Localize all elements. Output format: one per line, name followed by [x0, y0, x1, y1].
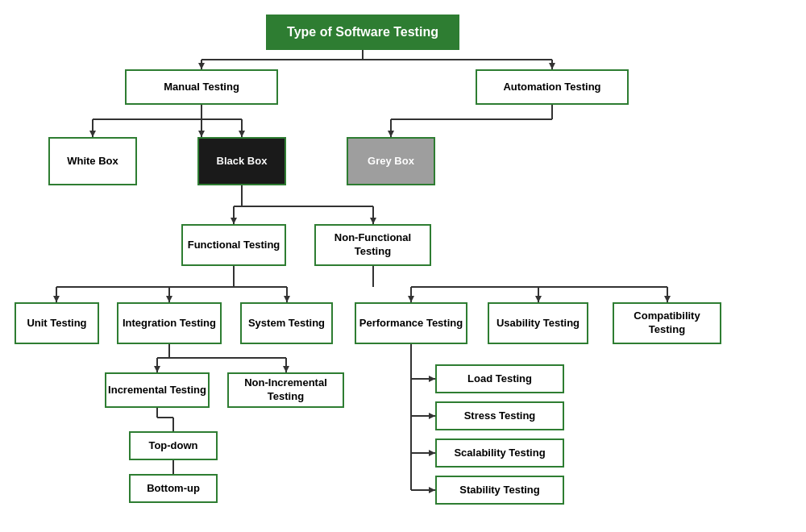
svg-marker-37 [408, 296, 414, 302]
topdown-node: Top-down [129, 431, 218, 460]
load-testing-node: Load Testing [435, 364, 564, 393]
svg-marker-10 [89, 131, 96, 137]
nonincremental-testing-node: Non-Incremental Testing [227, 372, 344, 408]
automation-testing-node: Automation Testing [476, 69, 629, 105]
svg-marker-13 [198, 131, 205, 137]
svg-marker-62 [429, 450, 435, 456]
svg-marker-38 [535, 296, 542, 302]
svg-marker-30 [166, 296, 172, 302]
svg-marker-17 [388, 131, 394, 137]
svg-marker-4 [198, 63, 205, 69]
root-node: Type of Software Testing [266, 15, 459, 50]
stability-testing-node: Stability Testing [435, 476, 564, 505]
svg-marker-5 [549, 63, 555, 69]
svg-marker-31 [284, 296, 290, 302]
grey-box-node: Grey Box [347, 137, 435, 185]
compatibility-testing-node: Compatibility Testing [613, 302, 721, 344]
performance-testing-node: Performance Testing [355, 302, 467, 344]
stress-testing-node: Stress Testing [435, 401, 564, 430]
bottomup-node: Bottom-up [129, 474, 218, 503]
svg-marker-39 [664, 296, 671, 302]
integration-testing-node: Integration Testing [117, 302, 222, 344]
black-box-node: Black Box [197, 137, 286, 185]
svg-marker-65 [429, 487, 435, 493]
unit-testing-node: Unit Testing [15, 302, 99, 344]
white-box-node: White Box [48, 137, 137, 185]
nonfunctional-testing-node: Non-Functional Testing [314, 224, 431, 266]
functional-testing-node: Functional Testing [181, 224, 286, 266]
svg-marker-44 [154, 366, 160, 372]
svg-marker-22 [231, 218, 237, 224]
system-testing-node: System Testing [240, 302, 333, 344]
diagram: Type of Software Testing Manual Testing … [0, 0, 806, 532]
manual-testing-node: Manual Testing [125, 69, 278, 105]
scalability-testing-node: Scalability Testing [435, 438, 564, 468]
svg-marker-11 [239, 131, 245, 137]
svg-marker-45 [283, 366, 289, 372]
svg-marker-23 [370, 218, 376, 224]
usability-testing-node: Usability Testing [488, 302, 588, 344]
incremental-testing-node: Incremental Testing [105, 372, 210, 408]
svg-marker-29 [53, 296, 60, 302]
connector-lines [0, 0, 806, 532]
svg-marker-56 [429, 376, 435, 382]
svg-marker-59 [429, 413, 435, 419]
